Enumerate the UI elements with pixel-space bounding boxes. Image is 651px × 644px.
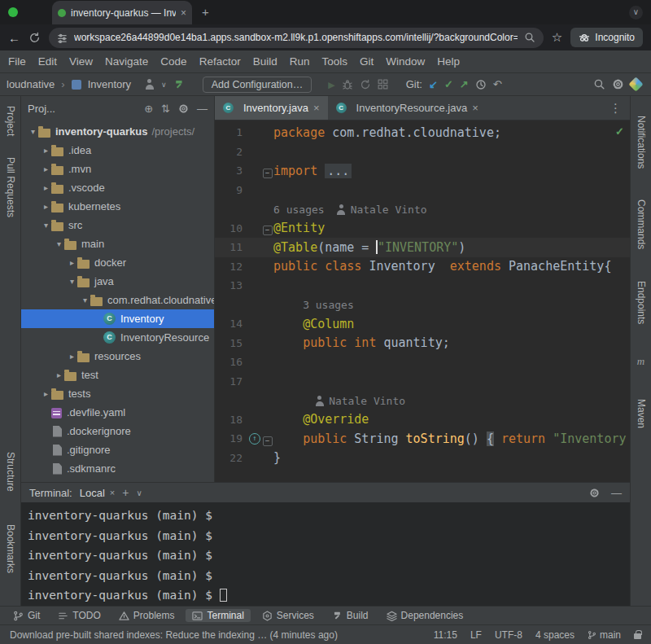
close-tab-icon[interactable] (472, 102, 478, 114)
zoom-icon[interactable] (524, 32, 535, 43)
code-line[interactable]: 6 usagesNatale Vinto (215, 199, 630, 219)
tool-window-button-endpoints[interactable]: Endpoints (636, 281, 647, 324)
tool-window-button-pull-requests[interactable]: Pull Requests (5, 157, 16, 217)
code-line[interactable]: 2 (215, 142, 630, 162)
code-line[interactable]: Natale Vinto (215, 391, 630, 410)
menu-tools[interactable]: Tools (321, 55, 347, 68)
code-line[interactable]: 3import ... (215, 161, 630, 181)
tree-item-docker[interactable]: docker (21, 253, 214, 272)
code-line[interactable]: 17 (215, 372, 630, 392)
fold-marker-icon[interactable] (261, 164, 273, 178)
run-grid-icon[interactable] (378, 79, 388, 90)
terminal-output[interactable]: inventory-quarkus (main) $inventory-quar… (21, 502, 630, 606)
menu-git[interactable]: Git (360, 55, 374, 68)
tree-right-arrow-icon[interactable] (41, 146, 51, 155)
code-line[interactable]: 16 (215, 353, 630, 372)
tree-down-arrow-icon[interactable] (41, 221, 51, 230)
tree-right-arrow-icon[interactable] (41, 183, 51, 192)
close-tab-icon[interactable] (313, 102, 320, 114)
tool-window-button-notifications[interactable]: Notifications (636, 116, 647, 169)
tree-item-dockerignore[interactable]: .dockerignore (21, 422, 214, 440)
collapse-all-icon[interactable] (161, 103, 170, 115)
menu-view[interactable]: View (69, 55, 93, 68)
terminal-tab-local[interactable]: Local (80, 487, 116, 499)
tree-right-arrow-icon[interactable] (41, 389, 51, 398)
run-icon[interactable] (328, 78, 334, 90)
editor-code[interactable]: 1package com.redhat.cloudnative;23import… (215, 120, 630, 482)
tool-window-build[interactable]: Build (326, 609, 375, 622)
code-line[interactable]: 10@Entity (215, 219, 630, 239)
fold-marker-icon[interactable] (261, 221, 273, 235)
omnibox[interactable]: workspace26a44899d0e14ba1.apps.sandbox-m… (49, 28, 544, 48)
override-gutter-icon[interactable] (247, 429, 261, 448)
window-control-icon[interactable] (8, 7, 18, 17)
gateway-plugin-icon[interactable] (628, 77, 643, 91)
new-terminal-icon[interactable] (122, 486, 129, 499)
menu-run[interactable]: Run (290, 55, 310, 68)
git-push-icon[interactable] (460, 78, 469, 90)
tool-window-dependencies[interactable]: Dependencies (380, 609, 470, 622)
tab-inventoryresource-java[interactable]: InventoryResource.java (328, 96, 487, 120)
code-line[interactable]: 12public class Inventory extends Panache… (215, 257, 630, 277)
hide-terminal-icon[interactable] (611, 487, 622, 499)
code-line[interactable]: 22} (215, 449, 630, 468)
locate-file-icon[interactable] (144, 103, 153, 115)
tool-window-services[interactable]: Services (256, 609, 321, 622)
menu-code[interactable]: Code (160, 55, 186, 68)
breadcrumb-project[interactable]: loudnative (7, 78, 55, 90)
menu-help[interactable]: Help (437, 55, 460, 68)
code-line[interactable]: 18 @Override (215, 410, 630, 430)
code-line[interactable]: 9 (215, 181, 630, 200)
tool-window-todo[interactable]: TODO (51, 609, 107, 622)
settings-gear-icon[interactable] (612, 78, 624, 90)
menu-file[interactable]: File (8, 55, 26, 68)
tree-right-arrow-icon[interactable] (54, 370, 64, 379)
inspections-ok-icon[interactable] (615, 125, 624, 138)
tool-window-button-commands[interactable]: Commands (636, 199, 647, 249)
tree-item-sdkmanrc[interactable]: .sdkmanrc (21, 459, 214, 478)
tool-window-button-project[interactable]: Project (5, 106, 16, 136)
code-line[interactable]: 19 public String toString() { return "In… (215, 429, 630, 449)
tool-window-button-structure[interactable]: Structure (5, 452, 16, 492)
tree-item-idea[interactable]: .idea (21, 141, 214, 160)
build-hammer-icon[interactable] (173, 79, 185, 90)
tree-right-arrow-icon[interactable] (41, 164, 51, 173)
chevron-down-icon[interactable] (161, 81, 167, 89)
tab-inventory-java[interactable]: Inventory.java (215, 96, 328, 120)
tree-item-inventory[interactable]: Inventory (21, 309, 214, 328)
menu-window[interactable]: Window (386, 55, 425, 68)
close-tab-icon[interactable] (181, 7, 186, 19)
rerun-icon[interactable] (360, 79, 371, 90)
tool-window-git[interactable]: Git (7, 609, 46, 622)
encoding-indicator[interactable]: UTF-8 (495, 629, 522, 641)
tool-window-button-maven[interactable]: Maven (636, 399, 647, 428)
browser-tab[interactable]: inventory-quarkus — Inventor (52, 1, 192, 24)
indent-indicator[interactable]: 4 spaces (535, 629, 575, 641)
tree-item-devfile-yaml[interactable]: .devfile.yaml (21, 403, 214, 422)
reload-icon[interactable] (28, 32, 41, 44)
tree-item-resources[interactable]: resources (21, 347, 214, 366)
menu-refactor[interactable]: Refactor (199, 55, 241, 68)
site-settings-icon[interactable] (57, 33, 68, 43)
new-tab-button[interactable] (202, 5, 209, 19)
editor-options-icon[interactable] (609, 101, 622, 116)
tree-item-main[interactable]: main (21, 234, 214, 253)
hide-panel-icon[interactable] (197, 103, 208, 115)
git-update-icon[interactable] (429, 78, 438, 90)
url-text[interactable]: workspace26a44899d0e14ba1.apps.sandbox-m… (74, 32, 518, 43)
user-icon[interactable] (144, 79, 155, 90)
options-gear-icon[interactable] (178, 103, 189, 114)
code-line[interactable]: 14 @Column (215, 314, 630, 334)
menu-edit[interactable]: Edit (38, 55, 57, 68)
code-line[interactable]: 15 public int quantity; (215, 334, 630, 353)
code-line[interactable]: 3 usages (215, 296, 630, 315)
menu-build[interactable]: Build (253, 55, 277, 68)
back-button[interactable] (8, 31, 20, 45)
tree-down-arrow-icon[interactable] (80, 296, 90, 304)
code-line[interactable]: 1package com.redhat.cloudnative; (215, 123, 630, 142)
tree-item-src[interactable]: src (21, 216, 214, 234)
tool-window-problems[interactable]: Problems (112, 609, 181, 622)
tree-item-mvn[interactable]: .mvn (21, 160, 214, 178)
fold-marker-icon[interactable] (261, 432, 273, 446)
tree-item-kubernetes[interactable]: kubernetes (21, 197, 214, 216)
